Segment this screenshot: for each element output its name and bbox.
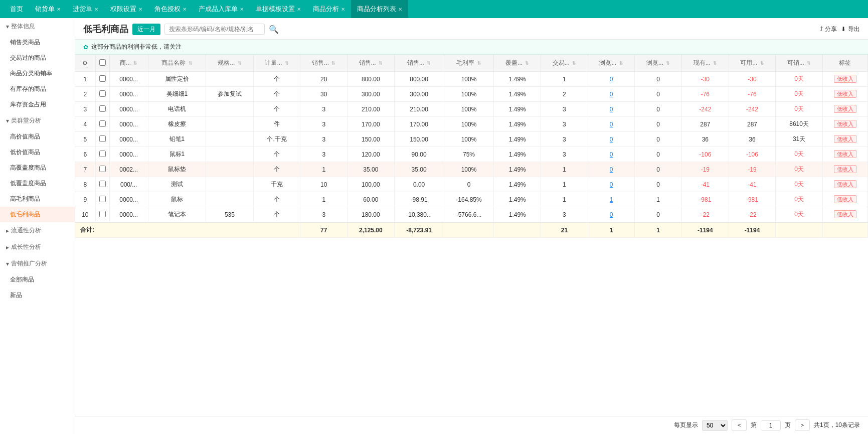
nav-role-auth[interactable]: 角色授权 ✕ bbox=[148, 0, 193, 18]
cell-browse1[interactable]: 0 bbox=[588, 207, 635, 223]
cell-checkbox[interactable] bbox=[95, 87, 109, 102]
cell-checkbox[interactable] bbox=[95, 147, 109, 162]
cell-checkbox[interactable] bbox=[95, 162, 109, 177]
sidebar-item-high-value[interactable]: 高价值商品 bbox=[0, 129, 75, 144]
cell-unit: 个 bbox=[253, 192, 300, 207]
col-cover-rate[interactable]: 覆盖... ⇅ bbox=[494, 55, 541, 72]
page-size-select[interactable]: 50 100 200 bbox=[702, 420, 728, 431]
prev-page-button[interactable]: ＜ bbox=[732, 419, 747, 431]
col-trade-count[interactable]: 交易... ⇅ bbox=[541, 55, 588, 72]
row-checkbox[interactable] bbox=[99, 151, 106, 157]
row-checkbox[interactable] bbox=[99, 90, 106, 97]
cell-browse1[interactable]: 0 bbox=[588, 162, 635, 177]
cell-no: 7 bbox=[75, 162, 95, 177]
total-sellable bbox=[776, 222, 823, 238]
sidebar-group-growth[interactable]: ▸ 成长性分析 bbox=[0, 239, 75, 255]
cell-checkbox[interactable] bbox=[95, 207, 109, 223]
nav-close-permission[interactable]: ✕ bbox=[138, 7, 142, 12]
nav-template-settings[interactable]: 单据模板设置 ✕ bbox=[250, 0, 307, 18]
col-available[interactable]: 可用... ⇅ bbox=[729, 55, 776, 72]
nav-close-goods-analysis[interactable]: ✕ bbox=[341, 7, 345, 12]
row-checkbox[interactable] bbox=[99, 181, 106, 187]
search-input[interactable] bbox=[164, 24, 265, 35]
row-checkbox[interactable] bbox=[99, 120, 106, 127]
sidebar-item-high-coverage[interactable]: 高覆盖度商品 bbox=[0, 160, 75, 176]
export-button[interactable]: ⬇ 导出 bbox=[841, 25, 860, 34]
row-checkbox[interactable] bbox=[99, 75, 106, 82]
data-table-wrapper[interactable]: ⚙ 商... ⇅ 商品名称 ⇅ 规格... ⇅ 计量... ⇅ 销售... ⇅ … bbox=[75, 55, 868, 416]
row-checkbox[interactable] bbox=[99, 166, 106, 172]
sidebar-item-new-goods[interactable]: 新品 bbox=[0, 287, 75, 303]
nav-product-instock[interactable]: 产成品入库单 ✕ bbox=[193, 0, 250, 18]
cell-browse1[interactable]: 1 bbox=[588, 192, 635, 207]
cell-checkbox[interactable] bbox=[95, 72, 109, 87]
col-name[interactable]: 商品名称 ⇅ bbox=[148, 55, 206, 72]
cell-checkbox[interactable] bbox=[95, 177, 109, 192]
cell-checkbox[interactable] bbox=[95, 117, 109, 132]
sidebar-group-overall[interactable]: ▾ 整体信息 bbox=[0, 18, 75, 35]
row-checkbox[interactable] bbox=[99, 196, 106, 202]
cell-checkbox[interactable] bbox=[95, 102, 109, 117]
nav-close-purchase[interactable]: ✕ bbox=[94, 7, 98, 12]
page-number-input[interactable] bbox=[761, 420, 781, 430]
sidebar-item-low-coverage[interactable]: 低覆盖度商品 bbox=[0, 176, 75, 191]
nav-close-role[interactable]: ✕ bbox=[183, 7, 187, 12]
nav-close-product-instock[interactable]: ✕ bbox=[240, 7, 244, 12]
sidebar-item-all-goods[interactable]: 全部商品 bbox=[0, 272, 75, 287]
nav-goods-analysis[interactable]: 商品分析 ✕ bbox=[307, 0, 351, 18]
col-checkbox[interactable] bbox=[95, 55, 109, 72]
nav-permission[interactable]: 权限设置 ✕ bbox=[104, 0, 148, 18]
sidebar-item-sales-goods[interactable]: 销售类商品 bbox=[0, 35, 75, 50]
col-sales-profit[interactable]: 销售... ⇅ bbox=[394, 55, 444, 72]
search-icon-button[interactable]: 🔍 bbox=[269, 25, 279, 34]
col-unit[interactable]: 计量... ⇅ bbox=[253, 55, 300, 72]
sidebar-item-category-rate[interactable]: 商品分类助销率 bbox=[0, 66, 75, 81]
select-all-checkbox[interactable] bbox=[99, 59, 106, 66]
nav-sales-order[interactable]: 销货单 ✕ bbox=[29, 0, 67, 18]
cell-checkbox[interactable] bbox=[95, 192, 109, 207]
col-tag[interactable]: 标签 bbox=[822, 55, 867, 72]
nav-home[interactable]: 首页 bbox=[4, 0, 29, 18]
sidebar-group-cluster[interactable]: ▾ 类群堂分析 bbox=[0, 112, 75, 129]
cell-sales-qty: 1 bbox=[300, 192, 348, 207]
cell-browse1[interactable]: 0 bbox=[588, 147, 635, 162]
sidebar-item-stock-capital[interactable]: 库存资金占用 bbox=[0, 97, 75, 112]
sidebar-item-high-profit[interactable]: 高毛利商品 bbox=[0, 191, 75, 207]
nav-goods-analysis-list[interactable]: 商品分析列表 ✕ bbox=[351, 0, 408, 18]
cell-browse1[interactable]: 0 bbox=[588, 132, 635, 147]
cell-browse1[interactable]: 0 bbox=[588, 102, 635, 117]
col-browse2[interactable]: 浏览... ⇅ bbox=[635, 55, 682, 72]
row-checkbox[interactable] bbox=[99, 105, 106, 112]
sidebar-item-low-profit[interactable]: 低毛利商品 bbox=[0, 207, 75, 222]
col-gross-rate[interactable]: 毛利率 ⇅ bbox=[444, 55, 494, 72]
cell-browse1[interactable]: 0 bbox=[588, 117, 635, 132]
col-sales-qty[interactable]: 销售... ⇅ bbox=[300, 55, 348, 72]
sidebar-item-stock-goods[interactable]: 有库存的商品 bbox=[0, 81, 75, 97]
nav-close-goods-list[interactable]: ✕ bbox=[398, 7, 402, 12]
col-spec[interactable]: 规格... ⇅ bbox=[206, 55, 254, 72]
cell-gross-rate: 100% bbox=[444, 162, 494, 177]
row-checkbox[interactable] bbox=[99, 135, 106, 142]
cell-browse1[interactable]: 0 bbox=[588, 87, 635, 102]
cell-checkbox[interactable] bbox=[95, 132, 109, 147]
col-sales-price[interactable]: 销售... ⇅ bbox=[348, 55, 395, 72]
period-button[interactable]: 近一月 bbox=[132, 24, 160, 35]
col-settings[interactable]: ⚙ bbox=[75, 55, 95, 72]
sidebar-group-circulation[interactable]: ▸ 流通性分析 bbox=[0, 222, 75, 239]
col-sellable[interactable]: 可销... ⇅ bbox=[776, 55, 823, 72]
nav-close-template[interactable]: ✕ bbox=[297, 7, 301, 12]
sidebar-group-marketing[interactable]: ▾ 营销推广分析 bbox=[0, 255, 75, 272]
col-current-stock[interactable]: 现有... ⇅ bbox=[682, 55, 729, 72]
sidebar-item-low-value[interactable]: 低价值商品 bbox=[0, 144, 75, 160]
nav-purchase-order[interactable]: 进货单 ✕ bbox=[67, 0, 104, 18]
cell-sellable: 0天 bbox=[776, 87, 823, 102]
cell-browse1[interactable]: 0 bbox=[588, 72, 635, 87]
sidebar-item-traded-goods[interactable]: 交易过的商品 bbox=[0, 50, 75, 66]
cell-browse1[interactable]: 0 bbox=[588, 177, 635, 192]
share-button[interactable]: ⤴ 分享 bbox=[820, 25, 837, 34]
next-page-button[interactable]: ＞ bbox=[795, 419, 810, 431]
row-checkbox[interactable] bbox=[99, 211, 106, 217]
col-browse1[interactable]: 浏览... ⇅ bbox=[588, 55, 635, 72]
col-code[interactable]: 商... ⇅ bbox=[109, 55, 148, 72]
nav-close-sales-order[interactable]: ✕ bbox=[57, 7, 61, 12]
